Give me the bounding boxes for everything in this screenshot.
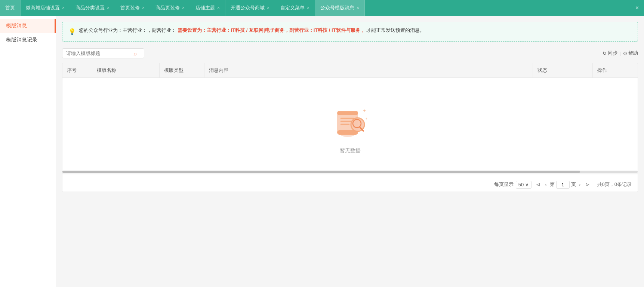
notice-suffix: 才能正常发送预置的消息。 [366,27,425,33]
top-navigation: 首页 微商城店铺设置 × 商品分类设置 × 首页装修 × 商品页装修 × 店铺主… [0,0,644,16]
empty-text: 暂无数据 [340,147,361,154]
nav-tab-store-theme[interactable]: 店铺主题 × [190,0,225,16]
nav-tab-home-decoration-label: 首页装修 [120,4,140,11]
page-size-value: 50 [518,182,524,187]
page-size-dropdown[interactable]: 50 ∨ [516,181,531,189]
page-number-input[interactable] [556,181,570,189]
nav-tab-product-decoration-label: 商品页装修 [155,4,180,11]
nav-tab-shop-settings-label: 微商城店铺设置 [26,4,60,11]
notice-icon: 💡 [68,27,76,37]
close-custom-menu-icon[interactable]: × [307,6,309,10]
close-shop-settings-icon[interactable]: × [62,6,65,10]
notice-text: 您的公众号行业为：主营行业：，副营行业： 需要设置为：主营行业：IT科技 / 互… [79,27,425,34]
search-bar: ⌕ ↻ 同步 | ⊙ 帮助 [62,48,638,58]
first-page-button[interactable]: ⊲ [534,181,542,188]
nav-tab-template-msg-label: 公众号模版消息 [320,4,354,11]
data-table: 序号 模版名称 模版类型 消息内容 状态 操作 [62,63,638,192]
nav-tab-category-settings[interactable]: 商品分类设置 × [70,0,115,16]
main-layout: 模版消息 模版消息记录 💡 您的公众号行业为：主营行业：，副营行业： 需要设置为… [0,16,644,287]
help-label: 帮助 [628,50,638,57]
page-navigation: ⊲ ‹ 第 页 › ⊳ [534,181,591,189]
col-type: 模版类型 [160,63,204,77]
help-button[interactable]: ⊙ 帮助 [623,50,638,57]
next-page-button[interactable]: › [577,181,582,188]
sync-icon: ↻ [603,51,607,56]
search-icon[interactable]: ⌕ [133,50,137,57]
close-store-theme-icon[interactable]: × [217,6,220,10]
sidebar-item-template-msg-record[interactable]: 模版消息记录 [0,33,56,47]
close-home-decoration-icon[interactable]: × [142,6,145,10]
svg-text:✦: ✦ [365,117,368,120]
close-all-tabs-button[interactable]: × [630,4,644,11]
col-status: 状态 [533,63,593,77]
nav-tab-custom-menu-label: 自定义菜单 [280,4,305,11]
page-input-wrap: 第 页 [550,181,576,189]
close-category-settings-icon[interactable]: × [107,6,110,10]
nav-tab-shop-settings[interactable]: 微商城店铺设置 × [21,0,70,16]
sync-label: 同步 [608,50,617,57]
chevron-down-icon: ∨ [525,182,529,187]
scrollbar-track [62,171,638,173]
nav-tab-open-mall-label: 开通公众号商城 [231,4,265,11]
sidebar: 模版消息 模版消息记录 [0,16,56,287]
nav-tab-category-settings-label: 商品分类设置 [76,4,105,11]
nav-tab-home-decoration[interactable]: 首页装修 × [115,0,150,16]
nav-tab-product-decoration[interactable]: 商品页装修 × [150,0,190,16]
notice-box: 💡 您的公众号行业为：主营行业：，副营行业： 需要设置为：主营行业：IT科技 /… [62,22,638,42]
notice-highlight: 需要设置为：主营行业：IT科技 / 互联网|电子商务，副营行业：IT科技 / I… [178,27,365,33]
page-size-label: 每页显示 [494,181,514,188]
empty-state: ✦ ✦ 暂无数据 [62,78,638,169]
search-input[interactable] [66,51,133,56]
sidebar-item-template-msg[interactable]: 模版消息 [0,19,56,33]
nav-tab-home[interactable]: 首页 [0,0,21,16]
search-input-wrap[interactable]: ⌕ [62,48,144,58]
sync-button[interactable]: ↻ 同步 [603,50,617,57]
notice-prefix: 您的公众号行业为：主营行业：，副营行业： [79,27,176,33]
col-name: 模版名称 [92,63,160,77]
nav-tab-store-theme-label: 店铺主题 [195,4,215,11]
empty-illustration: ✦ ✦ [330,100,371,141]
sidebar-item-template-msg-record-label: 模版消息记录 [6,37,37,43]
page-label: 页 [571,181,576,188]
prev-page-button[interactable]: ‹ [543,181,548,188]
col-content: 消息内容 [204,63,533,77]
page-size-select: 每页显示 50 ∨ [494,181,531,189]
col-action: 操作 [593,63,638,77]
svg-rect-2 [337,111,358,115]
svg-text:✦: ✦ [363,108,366,113]
scrollbar-thumb[interactable] [62,171,580,173]
di-label: 第 [550,181,555,188]
nav-tab-home-label: 首页 [5,4,15,11]
toolbar-right: ↻ 同步 | ⊙ 帮助 [603,50,638,57]
page-total: 共0页，0条记录 [597,181,632,188]
col-index: 序号 [62,63,92,77]
pagination: 每页显示 50 ∨ ⊲ ‹ 第 页 › ⊳ [62,176,638,192]
close-open-mall-icon[interactable]: × [267,6,269,10]
nav-tab-open-mall[interactable]: 开通公众号商城 × [225,0,275,16]
nav-tab-template-msg[interactable]: 公众号模版消息 × [315,0,365,16]
last-page-button[interactable]: ⊳ [584,181,591,188]
sidebar-item-template-msg-label: 模版消息 [6,22,27,28]
content-area: 💡 您的公众号行业为：主营行业：，副营行业： 需要设置为：主营行业：IT科技 /… [56,16,644,287]
nav-tab-custom-menu[interactable]: 自定义菜单 × [275,0,315,16]
table-header: 序号 模版名称 模版类型 消息内容 状态 操作 [62,63,638,78]
toolbar-divider: | [620,51,621,56]
horizontal-scrollbar[interactable] [62,171,638,174]
help-circle-icon: ⊙ [623,51,627,56]
close-template-msg-icon[interactable]: × [357,6,359,10]
close-product-decoration-icon[interactable]: × [182,6,185,10]
